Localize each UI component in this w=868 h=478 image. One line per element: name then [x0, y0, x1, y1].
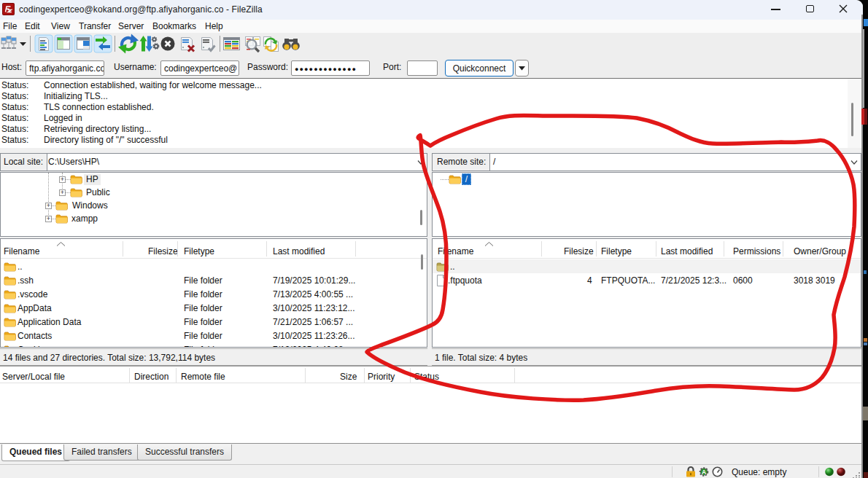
- svg-text:A: A: [702, 469, 706, 476]
